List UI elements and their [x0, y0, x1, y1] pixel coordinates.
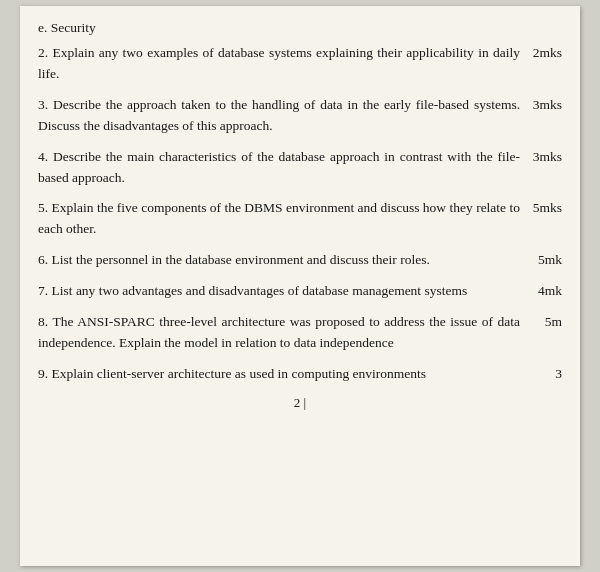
- question-9: 9. Explain client-server architecture as…: [38, 364, 562, 385]
- question-6: 6. List the personnel in the database en…: [38, 250, 562, 271]
- q8-text: 8. The ANSI-SPARC three-level architectu…: [38, 312, 524, 354]
- q6-marks: 5mk: [524, 250, 562, 271]
- q4-number: 4.: [38, 149, 53, 164]
- q9-number: 9.: [38, 366, 52, 381]
- q2-text: 2. Explain any two examples of database …: [38, 43, 524, 85]
- q2-marks: 2mks: [524, 43, 562, 64]
- q4-text: 4. Describe the main characteristics of …: [38, 147, 524, 189]
- q5-marks: 5mks: [524, 198, 562, 219]
- q7-marks: 4mk: [524, 281, 562, 302]
- page-number: 2 |: [38, 395, 562, 411]
- q6-text: 6. List the personnel in the database en…: [38, 250, 524, 271]
- exam-page: e. Security 2. Explain any two examples …: [20, 6, 580, 566]
- question-5: 5. Explain the five components of the DB…: [38, 198, 562, 240]
- q5-text: 5. Explain the five components of the DB…: [38, 198, 524, 240]
- q3-marks: 3mks: [524, 95, 562, 116]
- question-7: 7. List any two advantages and disadvant…: [38, 281, 562, 302]
- sub-e-label: e. Security: [38, 20, 96, 35]
- question-3: 3. Describe the approach taken to the ha…: [38, 95, 562, 137]
- q9-text: 9. Explain client-server architecture as…: [38, 364, 524, 385]
- q8-marks: 5m: [524, 312, 562, 333]
- q8-number: 8.: [38, 314, 52, 329]
- question-4: 4. Describe the main characteristics of …: [38, 147, 562, 189]
- sub-item-e: e. Security: [38, 18, 562, 39]
- q6-number: 6.: [38, 252, 52, 267]
- q2-number: 2.: [38, 45, 52, 60]
- question-2: 2. Explain any two examples of database …: [38, 43, 562, 85]
- q5-number: 5.: [38, 200, 52, 215]
- q4-marks: 3mks: [524, 147, 562, 168]
- q7-number: 7.: [38, 283, 52, 298]
- q3-number: 3.: [38, 97, 53, 112]
- q7-text: 7. List any two advantages and disadvant…: [38, 281, 524, 302]
- question-8: 8. The ANSI-SPARC three-level architectu…: [38, 312, 562, 354]
- q3-text: 3. Describe the approach taken to the ha…: [38, 95, 524, 137]
- q9-marks: 3: [524, 364, 562, 385]
